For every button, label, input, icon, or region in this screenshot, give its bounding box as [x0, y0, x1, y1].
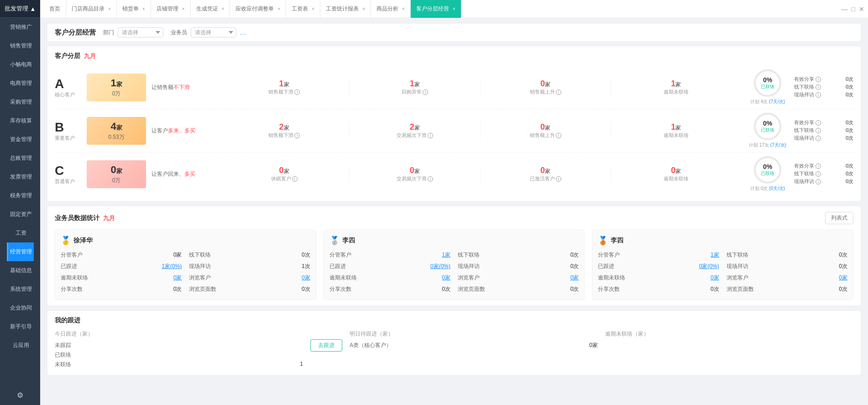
more-options-icon[interactable]: ...: [240, 29, 246, 36]
overdue-follow-col: 逾期未联络（家）: [605, 330, 853, 369]
tab-close-4[interactable]: ×: [222, 6, 225, 11]
sidebar-item-12[interactable]: 经营管理: [7, 242, 34, 261]
sidebar-item-4[interactable]: 采购管理: [7, 93, 34, 111]
window-minimize-icon[interactable]: —: [842, 5, 848, 13]
tier-stat-2-1[interactable]: 0家交易频次下滑i: [350, 166, 480, 182]
sidebar-item-5[interactable]: 库存核算: [7, 111, 34, 130]
overdue-follow-title: 逾期未联络（家）: [605, 330, 853, 338]
sidebar-item-13[interactable]: 基础信息: [7, 261, 34, 280]
info-icon-0-1[interactable]: i: [423, 89, 428, 95]
tier-letter-2: C: [55, 163, 87, 178]
tab-close-6[interactable]: ×: [312, 6, 314, 11]
tier-count-box-2[interactable]: 0家0万: [87, 160, 146, 188]
tab-close-2[interactable]: ×: [142, 6, 145, 11]
tier-count-num-2: 0家: [92, 164, 141, 176]
staff-val-right-0-2[interactable]: 0家: [302, 274, 310, 282]
info-icon-0-2[interactable]: i: [556, 89, 561, 95]
list-view-button[interactable]: 列表式: [825, 212, 853, 224]
info-icon-2-2[interactable]: i: [556, 176, 561, 182]
tab-close-7[interactable]: ×: [362, 6, 365, 11]
tab-1[interactable]: 门店商品目录×: [66, 0, 117, 18]
info-icon-1-1[interactable]: i: [428, 133, 433, 138]
sidebar-item-11[interactable]: 工资: [7, 224, 34, 242]
tab-6[interactable]: 工资表×: [286, 0, 320, 18]
sidebar-item-10[interactable]: 固定资产: [7, 205, 34, 224]
sidebar-item-8[interactable]: 发票管理: [7, 168, 34, 186]
circle-label-2: 已联络: [761, 170, 774, 177]
tab-0[interactable]: 首页: [44, 0, 66, 18]
sidebar-item-16[interactable]: 新手引导: [7, 317, 34, 336]
sidebar-item-15[interactable]: 企业协同: [7, 299, 34, 317]
staff-val-left-2-1[interactable]: 0家(0%): [699, 263, 719, 270]
info-icon-2-0[interactable]: i: [292, 176, 298, 182]
tier-stat-1-3[interactable]: 1家逾期未联络: [611, 122, 741, 139]
staff-stat-left-0-3: 分享次数0次: [61, 284, 182, 294]
staff-val-right-1-1: 0次: [570, 263, 579, 270]
tier-count-box-0[interactable]: 1家0万: [87, 74, 146, 101]
staff-val-left-0-2[interactable]: 0家: [173, 274, 182, 282]
tab-5[interactable]: 应收应付调整单×: [230, 0, 286, 18]
tier-letter-1: B: [55, 120, 87, 135]
tab-9[interactable]: 客户分层经营×: [411, 0, 461, 18]
staff-val-left-1-1[interactable]: 0家(0%): [430, 263, 450, 270]
sidebar-item-2[interactable]: 小畅电商: [7, 55, 34, 74]
tab-8[interactable]: 商品分析×: [371, 0, 411, 18]
staff-val-left-1-0[interactable]: 1家: [442, 251, 450, 259]
info-icon-0-0[interactable]: i: [294, 89, 300, 95]
tab-2[interactable]: 销货单×: [117, 0, 151, 18]
tier-stat-1-0[interactable]: 2家销售额下滑i: [219, 122, 350, 139]
staff-name-row-1: 🥈李四: [329, 236, 579, 246]
window-maximize-icon[interactable]: □: [852, 5, 855, 13]
tier-stat-1-2[interactable]: 0家销售额上升i: [481, 122, 611, 139]
sidebar-item-14[interactable]: 系统管理: [7, 280, 34, 299]
sidebar-item-6[interactable]: 资金管理: [7, 130, 34, 149]
customer-section-header: 客户分层 九月: [55, 52, 853, 60]
dept-filter: 部门 请选择: [103, 27, 163, 37]
biz-section-title: 业务员数据统计: [55, 214, 99, 222]
info-icon-2-1[interactable]: i: [428, 176, 433, 182]
tier-stat-0-0[interactable]: 1家销售额下滑i: [219, 79, 350, 95]
staff-val-right-1-2[interactable]: 0家: [570, 274, 579, 282]
sidebar-item-3[interactable]: 电商管理: [7, 74, 34, 93]
sidebar-item-0[interactable]: 营销推广: [7, 18, 34, 37]
tab-close-1[interactable]: ×: [108, 6, 111, 11]
staff-stat-right-1-1: 现场拜访0次: [458, 262, 579, 271]
tab-close-5[interactable]: ×: [277, 6, 280, 11]
follow-row-not-contacted: 未联络 1: [55, 360, 303, 369]
staff-val-left-2-0[interactable]: 1家: [711, 251, 719, 259]
staff-badge-1: 🥈: [329, 236, 340, 246]
tier-stat-1-1[interactable]: 2家交易频次下滑i: [350, 122, 480, 139]
sidebar-item-1[interactable]: 销售管理: [7, 37, 34, 55]
tab-7[interactable]: 工资统计报表×: [320, 0, 371, 18]
sidebar-item-7[interactable]: 总账管理: [7, 149, 34, 168]
info-icon-1-0[interactable]: i: [294, 133, 300, 138]
tab-3[interactable]: 店铺管理×: [151, 0, 191, 18]
tier-stat-0-3[interactable]: 1家逾期未联络: [611, 79, 741, 95]
staff-val-left-2-2[interactable]: 0家: [711, 274, 719, 282]
staff-val-left-0-1[interactable]: 1家(0%): [162, 263, 182, 270]
tier-stat-2-0[interactable]: 0家休眠客户i: [219, 166, 350, 182]
staff-stat-left-1-0: 分管客户1家: [329, 250, 450, 260]
staff-val-right-2-2[interactable]: 0家: [839, 274, 847, 282]
tab-close-3[interactable]: ×: [182, 6, 185, 11]
sidebar-logo[interactable]: 批发管理 ▲: [0, 0, 40, 18]
go-follow-button[interactable]: 去跟进: [310, 339, 342, 352]
right-stat-1-2: 现场拜访 i0次: [794, 135, 853, 142]
tier-stat-2-2[interactable]: 0家已激活客户i: [481, 166, 611, 182]
info-icon-1-2[interactable]: i: [556, 133, 561, 138]
tier-stat-0-1[interactable]: 1家回购异常i: [350, 79, 480, 95]
tier-stat-2-3[interactable]: 0家逾期未联络: [611, 166, 741, 182]
sidebar-item-17[interactable]: 云应用: [7, 336, 34, 355]
window-close-icon[interactable]: ✕: [859, 5, 864, 13]
tab-close-9[interactable]: ×: [453, 6, 455, 11]
tier-count-box-1[interactable]: 4家0.53万: [87, 117, 146, 145]
staff-select[interactable]: 请选择: [191, 27, 236, 37]
tab-close-8[interactable]: ×: [402, 6, 405, 11]
staff-val-left-2-3: 0次: [711, 285, 719, 293]
staff-val-left-1-2[interactable]: 0家: [442, 274, 450, 282]
dept-select[interactable]: 请选择: [118, 27, 163, 37]
tier-stat-0-2[interactable]: 0家销售额上升i: [481, 79, 611, 95]
sidebar-item-9[interactable]: 税务管理: [7, 186, 34, 205]
gear-icon[interactable]: ⚙: [17, 391, 23, 399]
tab-4[interactable]: 生成凭证×: [191, 0, 230, 18]
